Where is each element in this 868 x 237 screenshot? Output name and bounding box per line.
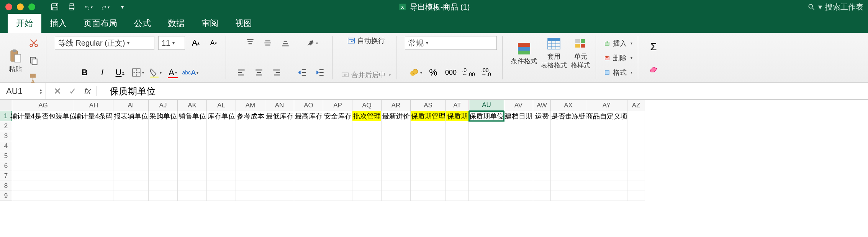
cell-AV6[interactable] — [504, 161, 533, 171]
row-header-8[interactable]: 8 — [0, 181, 12, 191]
cell-AR6[interactable] — [382, 161, 411, 171]
cell-AP8[interactable] — [323, 181, 352, 191]
cell-AZ6[interactable] — [627, 161, 645, 171]
cell-AS9[interactable] — [411, 191, 446, 201]
cell-AK8[interactable] — [178, 181, 207, 191]
cell-AX1[interactable]: 是否走冻链 — [551, 111, 586, 121]
borders-button[interactable]: ▾ — [131, 66, 144, 79]
cell-AO8[interactable] — [294, 181, 323, 191]
cell-AX5[interactable] — [551, 151, 586, 161]
cell-AW5[interactable] — [533, 151, 551, 161]
cell-AJ2[interactable] — [149, 121, 178, 131]
cell-AK3[interactable] — [178, 131, 207, 141]
number-format-combo[interactable]: 常规▾ — [405, 36, 497, 50]
increase-indent-icon[interactable] — [313, 66, 327, 79]
currency-icon[interactable]: ▾ — [409, 66, 423, 79]
cell-AX3[interactable] — [551, 131, 586, 141]
cell-AH5[interactable] — [74, 151, 113, 161]
font-color-button[interactable]: A▾ — [166, 66, 180, 79]
cell-AK4[interactable] — [178, 141, 207, 151]
cell-AJ6[interactable] — [149, 161, 178, 171]
select-all-corner[interactable] — [0, 100, 12, 111]
cell-AG1[interactable]: 辅计量4是否包装单位 — [12, 111, 74, 121]
orientation-icon[interactable]: ab▾ — [305, 36, 318, 50]
cell-AW1[interactable]: 运费 — [533, 111, 551, 121]
align-top-icon[interactable] — [243, 36, 257, 50]
cell-AI2[interactable] — [113, 121, 149, 131]
font-name-combo[interactable]: 等线 Regular (正文)▾ — [55, 36, 154, 50]
cell-AT5[interactable] — [446, 151, 469, 161]
cell-AY6[interactable] — [586, 161, 627, 171]
decrease-font-icon[interactable]: A▾ — [206, 36, 220, 50]
cell-AI8[interactable] — [113, 181, 149, 191]
cell-AY4[interactable] — [586, 141, 627, 151]
cell-AT4[interactable] — [446, 141, 469, 151]
cell-AY8[interactable] — [586, 181, 627, 191]
column-header-AZ[interactable]: AZ — [627, 100, 645, 111]
row-header-5[interactable]: 5 — [0, 151, 12, 161]
percent-icon[interactable]: % — [426, 66, 440, 79]
cell-AV3[interactable] — [504, 131, 533, 141]
cell-AH7[interactable] — [74, 171, 113, 181]
search-box[interactable]: ▾ 搜索工作表 — [807, 2, 863, 12]
cell-AL1[interactable]: 库存单位 — [207, 111, 236, 121]
column-header-AT[interactable]: AT — [446, 100, 469, 111]
align-center-icon[interactable] — [252, 66, 266, 79]
row-header-3[interactable]: 3 — [0, 131, 12, 141]
cell-AK9[interactable] — [178, 191, 207, 201]
cell-AU7[interactable] — [469, 171, 504, 181]
cell-AM1[interactable]: 参考成本 — [236, 111, 265, 121]
cell-AH6[interactable] — [74, 161, 113, 171]
cell-AQ3[interactable] — [352, 131, 382, 141]
cell-AS1[interactable]: 保质期管理 — [411, 111, 446, 121]
cell-AR7[interactable] — [382, 171, 411, 181]
column-header-AY[interactable]: AY — [586, 100, 627, 111]
cell-AJ5[interactable] — [149, 151, 178, 161]
cell-AK2[interactable] — [178, 121, 207, 131]
cell-AQ4[interactable] — [352, 141, 382, 151]
cell-AP6[interactable] — [323, 161, 352, 171]
cell-AN7[interactable] — [265, 171, 294, 181]
maximize-window[interactable] — [28, 3, 35, 10]
column-header-AU[interactable]: AU — [469, 100, 504, 111]
cell-AZ2[interactable] — [627, 121, 645, 131]
cell-AL6[interactable] — [207, 161, 236, 171]
cell-AN4[interactable] — [265, 141, 294, 151]
cell-AZ9[interactable] — [627, 191, 645, 201]
column-header-AJ[interactable]: AJ — [149, 100, 178, 111]
cell-AR8[interactable] — [382, 181, 411, 191]
cell-AV7[interactable] — [504, 171, 533, 181]
row-header-7[interactable]: 7 — [0, 171, 12, 181]
cell-AG4[interactable] — [12, 141, 74, 151]
cell-AV8[interactable] — [504, 181, 533, 191]
column-header-AW[interactable]: AW — [533, 100, 551, 111]
cell-AZ1[interactable] — [627, 111, 645, 121]
cell-AS6[interactable] — [411, 161, 446, 171]
cell-AH3[interactable] — [74, 131, 113, 141]
cell-AW7[interactable] — [533, 171, 551, 181]
italic-button[interactable]: I — [95, 66, 109, 79]
align-middle-icon[interactable] — [261, 36, 275, 50]
cell-AQ7[interactable] — [352, 171, 382, 181]
cell-AI9[interactable] — [113, 191, 149, 201]
cells-area[interactable]: 辅计量4是否包装单位辅计量4条码报表辅单位采购单位销售单位库存单位参考成本最低库… — [12, 111, 645, 201]
cancel-formula-icon[interactable]: ✕ — [54, 86, 61, 97]
cell-AN3[interactable] — [265, 131, 294, 141]
cell-AM8[interactable] — [236, 181, 265, 191]
cell-AW8[interactable] — [533, 181, 551, 191]
cell-AR5[interactable] — [382, 151, 411, 161]
cell-AJ1[interactable]: 采购单位 — [149, 111, 178, 121]
column-header-AO[interactable]: AO — [294, 100, 323, 111]
cell-AV4[interactable] — [504, 141, 533, 151]
cell-AT2[interactable] — [446, 121, 469, 131]
comma-icon[interactable]: 000 — [444, 66, 458, 79]
cell-AL4[interactable] — [207, 141, 236, 151]
cell-AM9[interactable] — [236, 191, 265, 201]
wrap-text-button[interactable]: 自动换行 — [347, 36, 385, 45]
cell-AY2[interactable] — [586, 121, 627, 131]
cell-AP1[interactable]: 安全库存 — [323, 111, 352, 121]
confirm-formula-icon[interactable]: ✓ — [69, 86, 77, 97]
cell-AQ6[interactable] — [352, 161, 382, 171]
cell-AU2[interactable] — [469, 121, 504, 131]
cell-AG5[interactable] — [12, 151, 74, 161]
